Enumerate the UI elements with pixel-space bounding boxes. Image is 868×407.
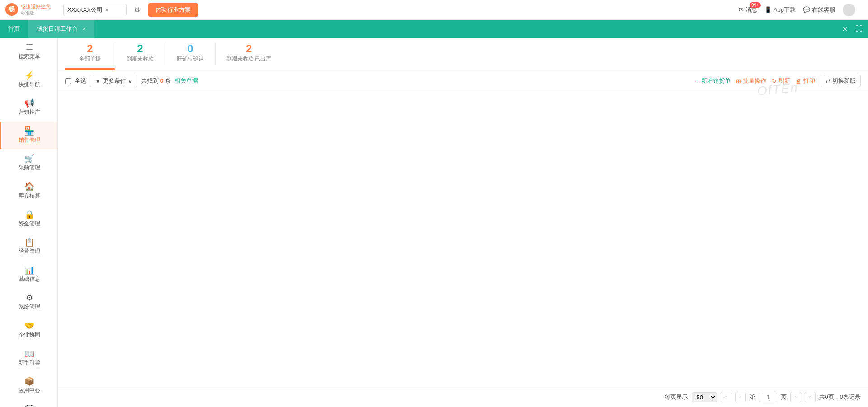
refresh-button[interactable]: ↻ 刷新 — [772, 77, 790, 85]
tab-home[interactable]: 首页 — [0, 20, 28, 38]
found-text: 共找到 0 条 — [141, 77, 171, 85]
batch-label: 批量操作 — [743, 77, 766, 85]
stat-num-pending: 0 — [187, 43, 193, 54]
search-menu-icon: ☰ — [26, 43, 33, 51]
per-page-select[interactable]: 50 100 200 — [692, 392, 717, 402]
batch-operation-button[interactable]: ⊞ 批量操作 — [736, 77, 766, 85]
wechat-icon: 💬 — [24, 405, 34, 407]
refresh-icon: ↻ — [772, 78, 777, 84]
app-download-button[interactable]: 📱 App下载 — [764, 6, 796, 14]
add-icon: + — [696, 78, 699, 84]
prev-page-btn[interactable]: ‹ — [735, 392, 746, 402]
stat-label-pending: 旺铺待确认 — [177, 55, 204, 63]
company-selector[interactable]: XXXXXX公司 ▼ — [63, 4, 127, 16]
purchase-icon: 🛒 — [24, 154, 34, 163]
pagination: 每页显示 50 100 200 « ‹ 第 页 › » 共0页，0条记录 — [58, 387, 868, 407]
main-layout: ☰ 搜索菜单 ⚡ 快捷导航 📢 营销推广 🏪 销售管理 🛒 采购管理 🏠 库存核… — [0, 38, 868, 407]
stat-num-shipped: 2 — [246, 43, 252, 54]
filter-button[interactable]: ▼ 更多条件 ∨ — [90, 75, 137, 87]
sidebar-item-base-info[interactable]: 📊 基础信息 — [0, 261, 57, 289]
page-suffix: 页 — [781, 393, 787, 401]
per-page-label: 每页显示 — [665, 393, 688, 401]
tab-close-icon[interactable]: × — [82, 25, 86, 33]
message-badge: 99+ — [750, 2, 761, 8]
stat-tab-shipped[interactable]: 2 到期未收款 已出库 — [216, 38, 282, 70]
stat-label-overdue: 到期未收款 — [127, 55, 154, 63]
sidebar-item-enterprise[interactable]: 🤝 企业协同 — [0, 316, 57, 344]
marketing-icon: 📢 — [24, 99, 34, 107]
logo-text: 畅捷通好生意 — [21, 3, 51, 9]
sidebar-item-sales[interactable]: 🏪 销售管理 — [0, 122, 57, 150]
sidebar-item-purchase[interactable]: 🛒 采购管理 — [0, 149, 57, 177]
sidebar-label-inventory: 库存核算 — [19, 192, 40, 200]
tab-workbench[interactable]: 钱货日清工作台 × — [28, 20, 94, 38]
settings-icon[interactable]: ⚙ — [130, 3, 144, 17]
switch-version-button[interactable]: ⇄ 切换新版 — [821, 75, 861, 87]
sidebar-item-system[interactable]: ⚙ 系统管理 — [0, 288, 57, 316]
guide-icon: 📖 — [24, 350, 34, 358]
logo-icon: 畅 — [5, 3, 18, 16]
header-right: ✉ 消息 99+ 📱 App下载 💬 在线客服 — [739, 4, 863, 16]
sidebar-item-app-center[interactable]: 📦 应用中心 — [0, 372, 57, 400]
add-sale-order-button[interactable]: + 新增销货单 — [696, 77, 731, 85]
found-count: 0 — [160, 77, 164, 84]
tab-controls: ✕ ⛶ — [839, 20, 868, 38]
stat-tab-all[interactable]: 2 全部单据 — [65, 38, 115, 70]
related-link[interactable]: 相关单据 — [175, 77, 198, 85]
sidebar-label-guide: 新手引导 — [19, 360, 40, 367]
print-button[interactable]: 🖨 打印 — [796, 77, 815, 85]
sidebar-item-quick-nav[interactable]: ⚡ 快捷导航 — [0, 66, 57, 94]
base-info-icon: 📊 — [24, 266, 34, 274]
page-label: 第 — [750, 393, 755, 401]
tab-home-label: 首页 — [8, 25, 20, 33]
service-icon: 💬 — [803, 6, 810, 13]
trial-button[interactable]: 体验行业方案 — [148, 3, 198, 17]
online-service-button[interactable]: 💬 在线客服 — [803, 6, 835, 14]
sidebar-label-marketing: 营销推广 — [19, 109, 40, 116]
last-page-btn[interactable]: » — [805, 392, 816, 402]
app-label: App下载 — [774, 6, 796, 14]
sidebar-label-purchase: 采购管理 — [19, 164, 40, 172]
toolbar: 全选 ▼ 更多条件 ∨ 共找到 0 条 相关单据 + 新增销货单 — [58, 70, 868, 92]
sidebar-item-search-menu[interactable]: ☰ 搜索菜单 — [0, 38, 57, 66]
system-icon: ⚙ — [26, 294, 33, 302]
select-all-checkbox[interactable] — [65, 78, 71, 84]
found-suffix: 条 — [165, 77, 171, 84]
table-area — [58, 92, 868, 387]
quick-nav-icon: ⚡ — [24, 71, 34, 80]
next-page-btn[interactable]: › — [790, 392, 801, 402]
stat-tabs: 2 全部单据 2 到期未收款 0 旺铺待确认 2 到期未收款 已出库 — [58, 38, 868, 70]
message-icon: ✉ — [739, 6, 744, 13]
tab-close-btn[interactable]: ✕ — [839, 23, 850, 34]
tab-maximize-btn[interactable]: ⛶ — [854, 23, 864, 34]
message-button[interactable]: ✉ 消息 99+ — [739, 6, 757, 14]
sidebar-label-sales: 销售管理 — [19, 137, 40, 144]
sidebar-label-system: 系统管理 — [19, 304, 40, 311]
sidebar-label-app-center: 应用中心 — [19, 387, 40, 394]
stat-tab-overdue[interactable]: 2 到期未收款 — [115, 38, 165, 70]
enterprise-icon: 🤝 — [24, 322, 34, 330]
stat-label-all: 全部单据 — [79, 55, 101, 63]
print-label: 打印 — [803, 77, 815, 85]
sidebar-label-base-info: 基础信息 — [19, 276, 40, 283]
avatar[interactable] — [843, 4, 855, 16]
sidebar-item-finance[interactable]: 🔒 资金管理 — [0, 205, 57, 233]
sidebar-item-wechat[interactable]: 💬 企业微信 — [0, 400, 57, 407]
operation-icon: 📋 — [24, 238, 34, 246]
service-label: 在线客服 — [812, 6, 835, 14]
batch-icon: ⊞ — [736, 78, 741, 84]
sales-icon: 🏪 — [24, 127, 34, 135]
sidebar-item-guide[interactable]: 📖 新手引导 — [0, 344, 57, 372]
toolbar-left: 全选 ▼ 更多条件 ∨ 共找到 0 条 相关单据 — [65, 75, 692, 87]
sidebar-item-marketing[interactable]: 📢 营销推广 — [0, 94, 57, 122]
add-label: 新增销货单 — [701, 77, 731, 85]
total-label: 共0页，0条记录 — [819, 393, 861, 401]
first-page-btn[interactable]: « — [721, 392, 731, 402]
sidebar-item-operation[interactable]: 📋 经营管理 — [0, 233, 57, 261]
finance-icon: 🔒 — [24, 211, 34, 219]
company-name: XXXXXX公司 — [67, 6, 103, 14]
page-input[interactable] — [759, 393, 777, 402]
sidebar-item-inventory[interactable]: 🏠 库存核算 — [0, 177, 57, 205]
stat-tab-pending[interactable]: 0 旺铺待确认 — [165, 38, 215, 70]
filter-label: 更多条件 — [103, 77, 126, 85]
